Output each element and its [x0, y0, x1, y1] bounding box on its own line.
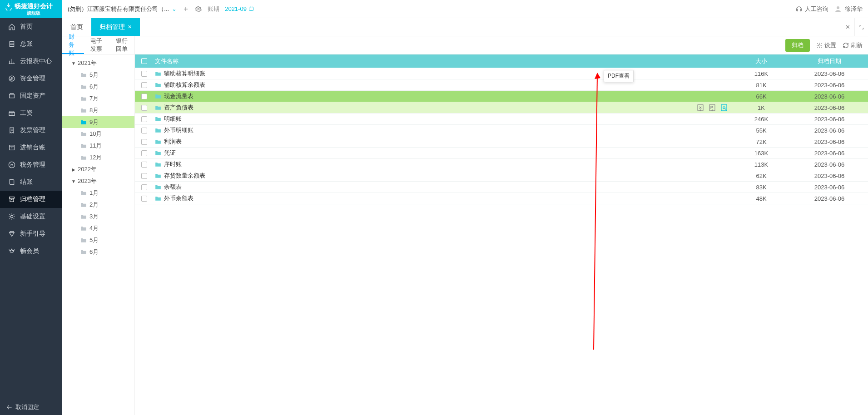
page-tab[interactable]: 归档管理 ✕ [91, 18, 140, 36]
table-row[interactable]: 存货数量余额表 62K 2023-06-06 [135, 170, 868, 182]
sidebar-item-vip[interactable]: 畅会员 [0, 242, 62, 260]
close-icon[interactable]: ✕ [128, 24, 132, 30]
archive-date: 2023-06-06 [791, 138, 868, 145]
table-row[interactable]: 外币余额表 48K 2023-06-06 [135, 193, 868, 204]
table-row[interactable]: 资产负债表 1K 2023-06-06 [135, 102, 868, 114]
tree-month[interactable]: 5月 [62, 69, 134, 81]
sidebar-item-label: 基础设置 [20, 212, 45, 221]
inner-tabs: 财务账电子发票银行回单 [62, 36, 134, 54]
file-size: 48K [732, 195, 791, 202]
folder-icon [155, 116, 161, 122]
add-company-icon[interactable] [182, 5, 189, 13]
archive-button[interactable]: 归档 [785, 39, 810, 52]
table-row[interactable]: 凭证 163K 2023-06-06 [135, 148, 868, 159]
row-checkbox[interactable] [141, 82, 147, 88]
table-row[interactable]: 利润表 72K 2023-06-06 [135, 136, 868, 148]
file-name: 余额表 [164, 183, 182, 191]
table-row[interactable]: 外币明细账 55K 2023-06-06 [135, 125, 868, 136]
file-name: 现金流量表 [164, 92, 193, 100]
inner-tab[interactable]: 银行回单 [109, 36, 134, 54]
archive-date: 2023-06-06 [791, 184, 868, 191]
tree-month[interactable]: 3月 [62, 211, 134, 222]
sidebar-item-invoice[interactable]: 发票管理 [0, 122, 62, 139]
table-row[interactable]: 辅助核算明细账 116K 2023-06-06 [135, 68, 868, 79]
table-row[interactable]: 辅助核算余额表 81K 2023-06-06 [135, 79, 868, 91]
sidebar-item-inventory[interactable]: 进销台账 [0, 139, 62, 156]
consult-link[interactable]: 人工咨询 [796, 5, 828, 13]
tree-month[interactable]: 4月 [62, 222, 134, 234]
sidebar-item-label: 总账 [20, 40, 33, 48]
tree-month[interactable]: 2月 [62, 199, 134, 211]
archive-date: 2023-06-06 [791, 70, 868, 77]
table-row[interactable]: 现金流量表 66K 2023-06-06 [135, 91, 868, 102]
tree-year[interactable]: ▼2023年 [62, 175, 134, 187]
row-checkbox[interactable] [141, 139, 147, 145]
table-row[interactable]: 明细账 246K 2023-06-06 [135, 114, 868, 125]
row-checkbox[interactable] [141, 116, 147, 122]
download-xls-icon[interactable] [696, 104, 704, 112]
tree-month[interactable]: 6月 [62, 246, 134, 258]
row-checkbox[interactable] [141, 150, 147, 156]
sidebar-item-settings[interactable]: 基础设置 [0, 208, 62, 225]
sidebar-item-tax[interactable]: 税务管理 [0, 156, 62, 173]
row-checkbox[interactable] [141, 128, 147, 133]
sidebar-item-asset[interactable]: 固定资产 [0, 87, 62, 104]
table-row[interactable]: 序时账 113K 2023-06-06 [135, 159, 868, 170]
sidebar-item-money[interactable]: 资金管理 [0, 70, 62, 87]
tree-month[interactable]: 8月 [62, 104, 134, 116]
tree-month[interactable]: 9月 [62, 116, 134, 128]
tree-year[interactable]: ▶2022年 [62, 163, 134, 175]
tree-month[interactable]: 10月 [62, 128, 134, 140]
period-value[interactable]: 2021-09 [225, 5, 253, 12]
tree-month[interactable]: 7月 [62, 93, 134, 104]
archive-date: 2023-06-06 [791, 150, 868, 157]
select-all-checkbox[interactable] [141, 58, 147, 64]
close-tab-icon[interactable]: ✕ [841, 18, 854, 36]
inventory-icon [8, 144, 15, 151]
tree-month[interactable]: 12月 [62, 152, 134, 163]
sidebar-item-salary[interactable]: 工资 [0, 104, 62, 122]
archive-icon [8, 196, 15, 203]
sidebar-item-home[interactable]: 首页 [0, 18, 62, 35]
download-pdf-icon[interactable] [708, 104, 716, 112]
sidebar-item-label: 新手引导 [20, 230, 45, 238]
table-header: 文件名称大小归档日期 [135, 54, 868, 68]
inner-tab[interactable]: 财务账 [62, 36, 84, 54]
view-pdf-icon[interactable] [720, 104, 728, 112]
page-tab[interactable]: 首页 [62, 18, 91, 36]
tree-month[interactable]: 5月 [62, 234, 134, 246]
archive-date: 2023-06-06 [791, 116, 868, 123]
file-size: 163K [732, 150, 791, 157]
row-checkbox[interactable] [141, 184, 147, 190]
row-checkbox[interactable] [141, 196, 147, 202]
file-size: 66K [732, 93, 791, 100]
sidebar-item-chart[interactable]: 云报表中心 [0, 53, 62, 70]
row-checkbox[interactable] [141, 105, 147, 111]
table-row[interactable]: 余额表 83K 2023-06-06 [135, 182, 868, 193]
vip-icon [8, 247, 15, 255]
tree-month[interactable]: 6月 [62, 81, 134, 93]
tree-month[interactable]: 1月 [62, 187, 134, 199]
sidebar-item-close-book[interactable]: 结账 [0, 173, 62, 191]
refresh-link[interactable]: 刷新 [843, 41, 863, 49]
file-size: 81K [732, 82, 791, 89]
company-selector[interactable]: (勿删）江西服宝精品有限责任公司（...⌄ [68, 5, 177, 13]
settings-link[interactable]: 设置 [816, 41, 836, 49]
row-checkbox[interactable] [141, 94, 147, 99]
unpin-sidebar[interactable]: 取消固定 [0, 400, 62, 415]
inner-tab[interactable]: 电子发票 [84, 36, 109, 54]
invoice-icon [8, 127, 15, 134]
sidebar-item-archive[interactable]: 归档管理 [0, 191, 62, 208]
fullscreen-icon[interactable] [854, 18, 868, 36]
tree-month[interactable]: 11月 [62, 140, 134, 152]
sidebar-item-guide[interactable]: 新手引导 [0, 225, 62, 242]
tree-year[interactable]: ▼2021年 [62, 57, 134, 69]
row-checkbox[interactable] [141, 71, 147, 77]
row-checkbox[interactable] [141, 173, 147, 179]
row-checkbox[interactable] [141, 162, 147, 168]
company-settings-icon[interactable] [195, 5, 202, 13]
sidebar-item-ledger[interactable]: 总账 [0, 35, 62, 53]
user-menu[interactable]: 徐泽华 [834, 5, 863, 13]
money-icon [8, 75, 15, 82]
svg-point-0 [198, 8, 199, 10]
